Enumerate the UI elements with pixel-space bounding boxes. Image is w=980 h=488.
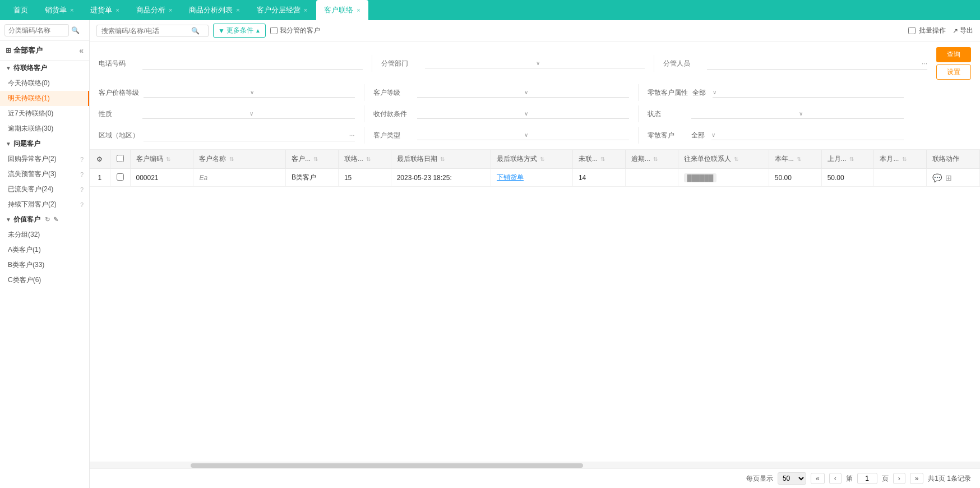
sidebar-item-class-a[interactable]: A类客户(1) (0, 242, 89, 257)
filter-more-btn[interactable]: ▼ 更多条件 ▲ (213, 24, 266, 38)
scrollbar-thumb[interactable] (191, 463, 583, 468)
sidebar-item-week-contact[interactable]: 近7天待联络(0) (0, 106, 89, 121)
search-input[interactable] (101, 27, 191, 35)
sort-last-date-icon[interactable]: ⇅ (440, 156, 445, 162)
filter-status-select[interactable]: ∨ (691, 109, 904, 119)
close-tab-analysis-icon[interactable]: × (169, 7, 172, 13)
sort-last-month-icon[interactable]: ⇅ (849, 156, 854, 162)
col-checkbox (110, 150, 130, 169)
settings-icon[interactable]: ⚙ (96, 155, 103, 163)
sidebar-item-class-b[interactable]: B类客户(33) (0, 257, 89, 273)
page-suffix: 页 (882, 474, 889, 484)
nav-tab-purchase[interactable]: 进货单 × (82, 0, 127, 20)
col-settings[interactable]: ⚙ (90, 150, 110, 169)
filter-phone-input[interactable] (142, 58, 363, 70)
nav-tab-analysis[interactable]: 商品分析 × (128, 0, 180, 20)
sidebar-group-value[interactable]: ▼ 价值客户 ↻ ✎ (0, 212, 89, 227)
chevron-down-icon-9: ∨ (711, 132, 904, 138)
row-checkbox[interactable] (117, 173, 124, 181)
my-customers-checkbox[interactable] (270, 27, 278, 34)
next-page-btn[interactable]: › (893, 473, 905, 484)
filter-retail-select[interactable]: ∨ (711, 130, 904, 140)
sidebar-item-overdue-contact[interactable]: 逾期未联络(30) (0, 121, 89, 136)
contact-icon[interactable]: 💬 (932, 173, 942, 182)
sidebar-item-class-c[interactable]: C类客户(6) (0, 273, 89, 288)
sort-type-icon[interactable]: ⇅ (313, 156, 318, 162)
sidebar-item-declining[interactable]: 持续下滑客户(2) ? (0, 197, 89, 212)
nav-home[interactable]: 首页 (6, 0, 36, 20)
close-tab-purchase-icon[interactable]: × (115, 7, 119, 13)
more-actions-icon[interactable]: ⊞ (945, 173, 952, 182)
export-icon: ↗ (953, 27, 958, 35)
cell-last-method[interactable]: 下销货单 (491, 169, 573, 187)
sort-this-year-icon[interactable]: ⇅ (797, 156, 801, 162)
sidebar-item-repurchase-abnormal[interactable]: 回购异常客户(2) ? (0, 151, 89, 167)
cell-company-contact: ██████ (678, 169, 769, 187)
batch-ops-btn[interactable]: 批量操作 (908, 26, 946, 35)
main-layout: 🔍 ⊞ 全部客户 « ▼ 待联络客户 今天待联络(0) 明天待联络(1) 近7天… (0, 20, 980, 488)
search-icon[interactable]: 🔍 (191, 27, 200, 35)
sidebar-all-customers[interactable]: ⊞ 全部客户 « (0, 41, 89, 61)
first-page-btn[interactable]: « (811, 473, 825, 484)
sidebar-search-icon[interactable]: 🔍 (71, 26, 80, 34)
last-page-btn[interactable]: » (910, 473, 924, 484)
filter-region-ellipsis[interactable]: ··· (349, 131, 355, 139)
filter-region-label: 区域（地区） (99, 131, 139, 140)
sidebar-item-churned[interactable]: 已流失客户(24) ? (0, 182, 89, 197)
sidebar-search-input[interactable] (4, 24, 69, 36)
cell-last-month: 50.00 (821, 169, 874, 187)
prev-page-btn[interactable]: ‹ (829, 473, 842, 484)
sort-contact-count-icon[interactable]: ⇅ (366, 156, 371, 162)
query-btn[interactable]: 查询 (936, 47, 971, 62)
reset-btn[interactable]: 设置 (936, 65, 971, 80)
filter-retail-attr-select[interactable]: ∨ (713, 88, 904, 98)
filter-dept-select[interactable]: ∨ (425, 58, 645, 68)
close-tab-customer-tier-icon[interactable]: × (304, 7, 307, 13)
batch-checkbox[interactable] (908, 27, 916, 34)
sort-code-icon[interactable]: ⇅ (166, 156, 170, 162)
sidebar-item-ungrouped[interactable]: 未分组(32) (0, 227, 89, 242)
nav-tab-customer-contact[interactable]: 客户联络 × (316, 0, 368, 20)
last-method-link[interactable]: 下销货单 (497, 173, 524, 181)
nav-tab-analysis-list[interactable]: 商品分析列表 × (181, 0, 247, 20)
filter-row-2: 客户价格等级 ∨ 客户等级 ∨ 零散客户属性 (99, 84, 971, 101)
filter-payment-select[interactable]: ∨ (417, 109, 630, 119)
sidebar-group-problem[interactable]: ▼ 问题客户 (0, 136, 89, 151)
col-last-date: 最后联络日期 ⇅ (391, 150, 491, 169)
filter-person-ellipsis[interactable]: ··· (922, 59, 927, 67)
sort-uncontacted-icon[interactable]: ⇅ (600, 156, 605, 162)
page-size-select[interactable]: 50 100 200 (778, 472, 806, 485)
col-last-month: 上月... ⇅ (821, 150, 874, 169)
sort-last-method-icon[interactable]: ⇅ (540, 156, 544, 162)
my-customers-checkbox-label[interactable]: 我分管的客户 (270, 26, 320, 35)
sort-this-month-icon[interactable]: ⇅ (902, 156, 907, 162)
sidebar-group-pending[interactable]: ▼ 待联络客户 (0, 61, 89, 76)
filter-payment-label: 收付款条件 (373, 109, 413, 119)
horizontal-scrollbar[interactable] (90, 462, 980, 468)
cell-this-year: 50.00 (769, 169, 821, 187)
close-tab-analysis-list-icon[interactable]: × (236, 7, 239, 13)
sort-name-icon[interactable]: ⇅ (229, 156, 234, 162)
nav-tab-customer-tier[interactable]: 客户分层经营 × (249, 0, 315, 20)
filter-nature-select[interactable]: ∨ (142, 109, 355, 119)
sort-overdue-icon[interactable]: ⇅ (653, 156, 658, 162)
nav-tab-sales[interactable]: 销货单 × (37, 0, 81, 20)
filter-divider-4 (638, 84, 639, 101)
page-number-input[interactable] (857, 473, 877, 484)
close-tab-customer-contact-icon[interactable]: × (357, 7, 360, 13)
export-btn[interactable]: ↗ 导出 (953, 26, 973, 35)
select-all-checkbox[interactable] (117, 155, 124, 162)
close-tab-sales-icon[interactable]: × (70, 7, 73, 13)
filter-customer-level-select[interactable]: ∨ (417, 88, 630, 98)
sidebar-item-today-contact[interactable]: 今天待联络(0) (0, 76, 89, 91)
refresh-icon[interactable]: ↻ (45, 216, 50, 223)
filter-retail-label: 零散客户 (648, 131, 687, 140)
filter-customer-type-select[interactable]: ∨ (417, 130, 630, 140)
chevron-down-icon-7: ∨ (799, 111, 904, 117)
sort-company-contact-icon[interactable]: ⇅ (734, 156, 738, 162)
sidebar-item-tomorrow-contact[interactable]: 明天待联络(1) (0, 91, 89, 106)
collapse-icon[interactable]: « (79, 46, 84, 55)
edit-icon[interactable]: ✎ (53, 216, 58, 223)
filter-price-level-select[interactable]: ∨ (144, 88, 355, 98)
sidebar-item-churn-warning[interactable]: 流失预警客户(3) ? (0, 167, 89, 182)
